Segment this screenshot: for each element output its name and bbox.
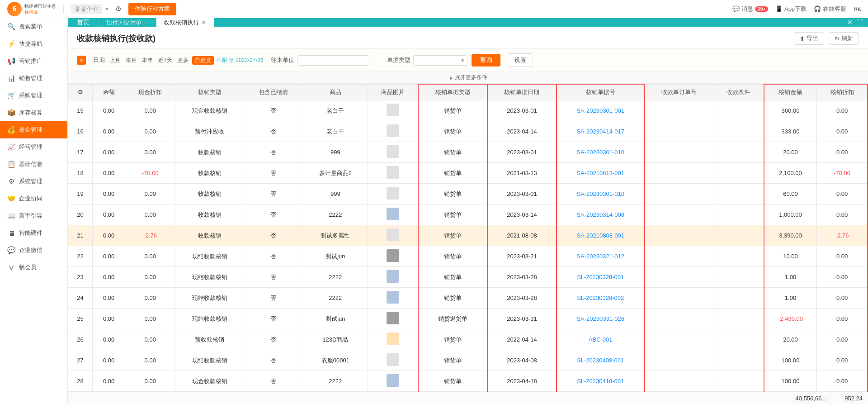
cell-product: 多计量商品2 — [303, 163, 368, 184]
bill-no-link[interactable]: SL-20230408-001 — [577, 357, 624, 364]
cell-bill-no: SA-20210808-001 — [557, 225, 645, 246]
cell-product-img — [368, 142, 418, 163]
cell-receipt-order — [645, 309, 713, 329]
cell-product-img — [368, 309, 418, 329]
sidebar-item-智能硬件[interactable]: 🖥智能硬件 — [0, 224, 67, 242]
table-header: ⚙ 余额 现金折扣 核销类型 包含已结清 商品 商品图片 核销单据类型 核销单据… — [68, 84, 868, 100]
settings-icon[interactable]: ⚙ — [112, 3, 125, 15]
cell-product: 测试jun — [303, 246, 368, 267]
export-button[interactable]: ⬆ 导出 — [794, 32, 824, 45]
top-bar-right: 💬 消息 99+ 📱 App下载 🎧 在线客服 Rit — [732, 5, 861, 13]
settings-button[interactable]: 设置 — [508, 53, 533, 67]
table-footer: 40,556,66... 952.24 — [68, 392, 868, 404]
bill-no-link[interactable]: SA-20230331-026 — [576, 315, 624, 322]
sidebar-icon: 📊 — [7, 74, 15, 82]
bill-no-link[interactable]: ABC-001 — [589, 336, 613, 343]
table-body: 15 0.00 0.00 现金收款核销 否 老白干 销货单 2023-03-01… — [68, 100, 868, 392]
col-header-include-settled: 包含已结清 — [244, 84, 303, 100]
table-row: 20 0.00 0.00 收款核销 否 2222 销货单 2023-03-14 … — [68, 204, 868, 225]
date-more[interactable]: 更多 — [176, 56, 190, 65]
sidebar-item-销售管理[interactable]: 📊销售管理 — [0, 70, 67, 87]
tab-prepay[interactable]: 预付冲应付单 ✕ — [99, 18, 156, 27]
bill-no-link[interactable]: SA-20210808-001 — [576, 232, 624, 239]
cell-bill-no: SL-20230418-001 — [557, 371, 645, 392]
cell-cancel-discount: 0.00 — [817, 121, 868, 142]
sidebar-label: 经营管理 — [19, 143, 42, 151]
bill-no-link[interactable]: SA-20230321-012 — [576, 253, 624, 260]
tab-home[interactable]: 首页 — [68, 18, 99, 27]
sidebar-item-库存核算[interactable]: 📦库存核算 — [0, 104, 67, 121]
date-custom[interactable]: 自定义 — [192, 56, 214, 65]
bill-no-link[interactable]: SA-20210813-001 — [576, 170, 624, 176]
col-header-product: 商品 — [303, 84, 368, 100]
filter-expand-button[interactable]: » — [77, 56, 86, 65]
bill-no-link[interactable]: SA-20230414-017 — [576, 128, 624, 135]
sidebar-icon: 💬 — [7, 246, 15, 254]
sidebar-icon: 🔍 — [7, 23, 15, 31]
date-last-month[interactable]: 上月 — [108, 56, 122, 65]
expand-more-button[interactable]: ∨ 展开更多条件 — [449, 74, 487, 81]
online-service-btn[interactable]: 🎧 在线客服 — [814, 5, 846, 13]
close-window-icon[interactable]: ✕ — [847, 18, 853, 27]
sidebar-label: 新手引导 — [19, 212, 42, 220]
cell-cancel-discount: 0.00 — [817, 267, 868, 288]
sidebar-label: 基础信息 — [19, 160, 42, 168]
sidebar-item-搜索菜单[interactable]: 🔍搜索菜单 — [0, 18, 67, 35]
app-download-btn[interactable]: 📱 App下载 — [775, 5, 807, 13]
cell-balance: 0.00 — [93, 288, 125, 309]
dropdown-icon[interactable]: ▾ — [105, 5, 108, 12]
tab-prepay-close[interactable]: ✕ — [144, 19, 149, 26]
sidebar-item-基础信息[interactable]: 📋基础信息 — [0, 156, 67, 173]
sidebar-item-采购管理[interactable]: 🛒采购管理 — [0, 87, 67, 104]
partner-input[interactable] — [297, 55, 369, 66]
table-row: 19 0.00 0.00 收款核销 否 999 销货单 2023-03-01 S… — [68, 184, 868, 204]
cell-bill-no: SL-20230408-001 — [557, 350, 645, 371]
sidebar-icon: 💰 — [7, 126, 15, 134]
date-7days[interactable]: 近7天 — [156, 56, 174, 65]
sidebar-item-企业协同[interactable]: 🤝企业协同 — [0, 190, 67, 207]
tab-cancel-close[interactable]: ✕ — [202, 19, 206, 26]
sidebar-item-企业微信[interactable]: 💬企业微信 — [0, 242, 67, 259]
cell-receipt-condition — [713, 100, 764, 121]
bill-no-link[interactable]: SA-20230301-010 — [576, 190, 624, 197]
date-this-month[interactable]: 本月 — [124, 56, 138, 65]
sidebar-item-经营管理[interactable]: 📈经营管理 — [0, 138, 67, 156]
col-header-gear[interactable]: ⚙ — [68, 84, 93, 100]
sidebar-label: 智能硬件 — [19, 229, 42, 237]
query-button[interactable]: 查询 — [472, 54, 500, 67]
sidebar-item-营销推广[interactable]: 📢营销推广 — [0, 52, 67, 70]
bill-no-link[interactable]: SA-20230314-008 — [576, 211, 624, 218]
cell-product: 老白干 — [303, 121, 368, 142]
sidebar-item-畅会员[interactable]: V畅会员 — [0, 259, 67, 276]
bill-no-link[interactable]: SA-20230301-001 — [576, 107, 624, 114]
cell-include-settled: 否 — [244, 100, 303, 121]
industry-button[interactable]: 体验行业方案 — [128, 3, 176, 15]
sidebar-item-系统管理[interactable]: ⚙系统管理 — [0, 173, 67, 190]
sidebar-item-新手引导[interactable]: 📖新手引导 — [0, 207, 67, 224]
cell-bill-date: 2023-03-01 — [487, 184, 557, 204]
date-this-year[interactable]: 本年 — [140, 56, 155, 65]
cell-bill-no: SA-20230314-008 — [557, 204, 645, 225]
cell-bill-type: 销货单 — [418, 121, 487, 142]
maximize-icon[interactable]: ⛶ — [856, 19, 863, 27]
product-thumbnail — [387, 208, 399, 220]
logo-text: 畅捷通谊好生意标准版 — [24, 3, 56, 15]
bill-no-link[interactable]: SA-20230301-010 — [576, 149, 624, 156]
table-row: 17 0.00 0.00 收款核销 否 999 销货单 2023-03-01 S… — [68, 142, 868, 163]
filter-bar: » 日期 上月 本月 本年 近7天 更多 自定义 不限 至 2023-07-26… — [68, 49, 868, 72]
bill-no-link[interactable]: SL-20230328-001 — [577, 274, 624, 280]
sidebar-item-资金管理[interactable]: 💰资金管理 — [0, 121, 67, 138]
cell-product-img — [368, 163, 418, 184]
bill-type-select[interactable] — [413, 55, 467, 66]
cell-bill-date: 2023-03-01 — [487, 100, 557, 121]
message-btn[interactable]: 💬 消息 99+ — [732, 5, 768, 13]
tab-cancel[interactable]: 收款核销执行 ✕ — [156, 18, 214, 27]
message-icon: 💬 — [732, 5, 740, 12]
cell-cancel-amount: 360.00 — [764, 100, 817, 121]
bill-no-link[interactable]: SL-20230418-001 — [577, 378, 624, 385]
sidebar-item-快捷导航[interactable]: ⚡快捷导航 — [0, 35, 67, 52]
expand-more-label: 展开更多条件 — [455, 74, 487, 81]
product-thumbnail — [387, 270, 399, 283]
bill-no-link[interactable]: SL-20230328-002 — [577, 295, 624, 301]
refresh-button[interactable]: ↻ 刷新 — [829, 32, 859, 45]
